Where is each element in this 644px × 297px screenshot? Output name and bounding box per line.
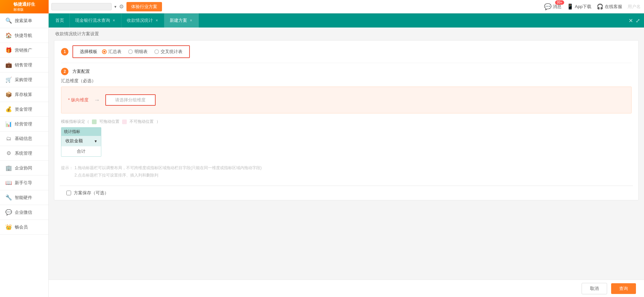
tip-line-1: 提示： 1.拖动标题栏可以调整布局，不可跨维度或指标区域拖动栏目字段(只能在同一…: [61, 164, 632, 172]
radio-cross-circle: [154, 49, 159, 54]
draggable-indicator-dot: [92, 119, 97, 124]
sidebar-item-sales[interactable]: 💼 销售管理: [0, 58, 48, 72]
sidebar-item-guide[interactable]: 📖 新手引导: [0, 176, 48, 190]
logo-text: 畅捷通好生: [13, 1, 35, 7]
sidebar-item-label: 企业微信: [15, 209, 32, 215]
tab-collection-stat-close[interactable]: ×: [155, 18, 159, 23]
sidebar-item-member[interactable]: 👑 畅会员: [0, 220, 48, 235]
dimension-area: 纵向维度 → 请选择分组维度: [61, 87, 632, 113]
main-layout: 🔍 搜索菜单 🏠 快捷导航 🎁 营销推广 💼 销售管理 🛒 采购管理 📦 库存核…: [0, 13, 644, 297]
section2-header: 2 方案配置: [54, 63, 638, 78]
sidebar-item-operations[interactable]: 📊 经营管理: [0, 117, 48, 132]
sidebar-item-smart-hw[interactable]: 🔧 智能硬件: [0, 190, 48, 205]
close-window-btn[interactable]: ✕: [629, 17, 633, 24]
stat-table-header: 统计指标: [61, 128, 101, 136]
save-checkbox[interactable]: [66, 191, 71, 195]
sidebar-item-label: 基础信息: [15, 136, 32, 142]
sidebar-item-enterprise[interactable]: 🏢 企业协同: [0, 161, 48, 176]
sidebar-item-basic-info[interactable]: 🗂 基础信息: [0, 132, 48, 146]
sidebar-item-label: 企业协同: [15, 165, 32, 171]
tab-bar: 首页 现金银行流水查询 × 收款情况统计 × 新建方案 × ✕ ⤢: [49, 13, 644, 28]
download-label: App下载: [575, 4, 591, 10]
quick-nav-icon: 🏠: [5, 32, 12, 39]
radio-detail[interactable]: 明细表: [128, 49, 148, 55]
marketing-icon: 🎁: [5, 47, 12, 53]
logo-edition: 标准版: [13, 7, 35, 12]
save-area: 方案保存（可选）: [60, 186, 633, 200]
tip-label: 提示：: [61, 164, 73, 172]
sidebar-item-quick-nav[interactable]: 🏠 快捷导航: [0, 28, 48, 43]
sidebar-item-label: 畅会员: [15, 224, 28, 230]
sidebar-item-finance[interactable]: 💰 资金管理: [0, 102, 48, 117]
section2-title: 方案配置: [72, 68, 90, 75]
gear-icon[interactable]: ⚙: [119, 3, 124, 10]
tab-bar-right: ✕ ⤢: [629, 17, 643, 24]
stat-dropdown-icon: ▾: [95, 139, 97, 144]
dropdown-arrow[interactable]: ▾: [114, 4, 116, 9]
purchase-icon: 🛒: [5, 77, 12, 83]
sidebar-item-purchase[interactable]: 🛒 采购管理: [0, 72, 48, 87]
sidebar-item-label: 搜索菜单: [15, 18, 32, 24]
industry-btn[interactable]: 体验行业方案: [126, 2, 162, 11]
download-btn[interactable]: 📱 App下载: [567, 3, 591, 10]
sidebar: 🔍 搜索菜单 🏠 快捷导航 🎁 营销推广 💼 销售管理 🛒 采购管理 📦 库存核…: [0, 13, 49, 297]
hint-fixed-label: 不可拖动位置: [129, 119, 154, 125]
sidebar-item-marketing[interactable]: 🎁 营销推广: [0, 43, 48, 58]
page-content: 收款情况统计方案设置 1 选择模板 汇总表: [49, 28, 644, 280]
breadcrumb: 收款情况统计方案设置: [49, 28, 644, 40]
smart-hw-icon: 🔧: [5, 194, 12, 201]
template-select-box: 选择模板 汇总表 明细表: [72, 45, 190, 58]
stat-table-title[interactable]: 收款金额 ▾: [61, 136, 101, 146]
radio-cross-label: 交叉统计表: [161, 49, 182, 55]
radio-summary[interactable]: 汇总表: [102, 49, 121, 55]
template-label: 选择模板: [80, 49, 97, 55]
dimension-row: 纵向维度 → 请选择分组维度: [68, 94, 156, 106]
sidebar-item-system[interactable]: ⚙ 系统管理: [0, 146, 48, 161]
search-menu-icon: 🔍: [5, 17, 12, 24]
maximize-btn[interactable]: ⤢: [636, 17, 640, 24]
service-btn[interactable]: 🎧 在线客服: [597, 3, 622, 10]
sidebar-item-wechat[interactable]: 💬 企业微信: [0, 205, 48, 220]
sidebar-item-inventory[interactable]: 📦 库存核算: [0, 87, 48, 102]
tab-collection-stat-label: 收款情况统计: [127, 17, 153, 23]
sidebar-item-label: 系统管理: [15, 150, 32, 156]
tab-bank-flow-close[interactable]: ×: [112, 18, 116, 23]
radio-group-template: 汇总表 明细表 交叉统计表: [102, 49, 182, 55]
guide-icon: 📖: [5, 180, 12, 186]
operations-icon: 📊: [5, 121, 12, 127]
section1-number: 1: [61, 48, 68, 55]
tab-home[interactable]: 首页: [50, 13, 70, 28]
sidebar-item-search-menu[interactable]: 🔍 搜索菜单: [0, 13, 48, 28]
sidebar-item-label: 快捷导航: [15, 33, 32, 39]
inventory-icon: 📦: [5, 91, 12, 98]
search-input[interactable]: [51, 3, 112, 10]
hint-draggable-label: 可拖动位置: [99, 119, 119, 125]
stat-table-cell: 合计: [61, 146, 101, 156]
stat-title-label: 收款金额: [65, 138, 83, 144]
section2-number: 2: [61, 68, 68, 75]
tab-new-plan-label: 新建方案: [170, 17, 187, 23]
dim-selector[interactable]: 请选择分组维度: [105, 94, 156, 106]
cancel-button[interactable]: 取消: [582, 283, 607, 294]
sales-icon: 💼: [5, 62, 12, 68]
tips-section: 提示： 1.拖动标题栏可以调整布局，不可跨维度或指标区域拖动栏目字段(只能在同一…: [61, 164, 632, 179]
tip-line-1-text: 1.拖动标题栏可以调整布局，不可跨维度或指标区域拖动栏目字段(只能在同一维度或指…: [74, 164, 262, 172]
messages-btn[interactable]: 💬 消息 99+: [544, 3, 561, 10]
tab-new-plan-close[interactable]: ×: [189, 18, 193, 23]
tab-collection-stat[interactable]: 收款情况统计 ×: [121, 13, 164, 28]
fixed-indicator-dot: [122, 119, 127, 124]
sidebar-item-label: 新手引导: [15, 180, 32, 186]
member-icon: 👑: [5, 224, 12, 230]
basic-info-icon: 🗂: [5, 136, 12, 142]
service-label: 在线客服: [605, 4, 622, 10]
tip-line-2: 提示： 2.点击标题栏下拉可设置排序、插入列和删除列: [61, 172, 632, 179]
query-button[interactable]: 查询: [611, 283, 636, 294]
tab-bank-flow[interactable]: 现金银行流水查询 ×: [70, 13, 121, 28]
dimension-label: 汇总维度（必选）: [54, 78, 638, 84]
indicator-label: 模板指标设定（: [61, 119, 89, 125]
system-icon: ⚙: [5, 150, 12, 156]
form-card: 1 选择模板 汇总表 明细表: [54, 40, 639, 200]
radio-cross[interactable]: 交叉统计表: [154, 49, 182, 55]
tab-new-plan[interactable]: 新建方案 ×: [164, 13, 199, 28]
enterprise-icon: 🏢: [5, 165, 12, 171]
